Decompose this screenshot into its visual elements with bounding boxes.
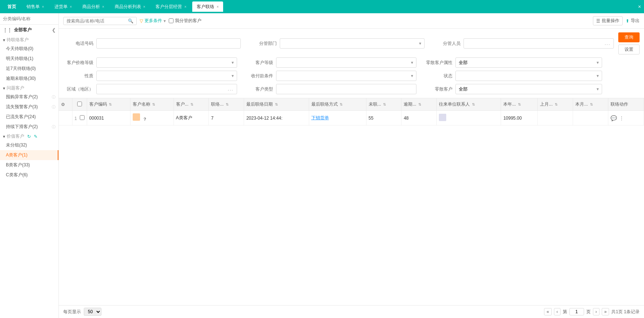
close-analysis-list-icon[interactable]: × — [143, 5, 146, 9]
sort-unit-contact-icon[interactable]: ⇅ — [472, 102, 475, 106]
page-size-select[interactable]: 50 — [84, 308, 101, 316]
col-last-month: 上月... ⇅ — [538, 98, 573, 111]
sidebar-item-declining[interactable]: 持续下滑客户(2) ⓘ — [0, 122, 58, 132]
first-page-button[interactable]: « — [544, 308, 552, 315]
nav-tab-sales[interactable]: 销售单 × — [22, 1, 49, 12]
page-number-input[interactable] — [569, 308, 584, 315]
customer-type-input[interactable] — [276, 84, 417, 94]
col-this-month: 本月... ⇅ — [573, 98, 608, 111]
sort-name-icon[interactable]: ⇅ — [152, 102, 155, 106]
sidebar-item-7days[interactable]: 近7天待联络(0) — [0, 64, 58, 74]
filter-dept: 分管部门 ▾ — [247, 38, 430, 49]
sidebar-item-ungroup[interactable]: 未分组(32) — [0, 140, 58, 150]
col-overdue: 逾期... ⇅ — [401, 98, 437, 111]
payment-select[interactable]: ▾ — [276, 71, 417, 81]
sidebar-item-tomorrow[interactable]: 明天待联络(1) — [0, 54, 58, 64]
sort-this-month-icon[interactable]: ⇅ — [590, 102, 593, 106]
manager-input[interactable]: ... — [464, 38, 614, 49]
filter-search-box[interactable]: 🔍 — [63, 17, 137, 25]
filter-actions: ☰ 批量操作 ⬆ 导出 — [593, 16, 640, 25]
close-purchase-icon[interactable]: × — [70, 5, 72, 9]
info-icon-hoard: ⓘ — [52, 95, 56, 100]
nav-tab-analysis[interactable]: 商品分析 × — [78, 1, 109, 12]
close-customer-contact-icon[interactable]: × — [217, 5, 219, 9]
sort-last-method-icon[interactable]: ⇅ — [340, 102, 343, 106]
phone-label: 电话号码 — [63, 40, 96, 47]
sidebar-item-c-class[interactable]: C类客户(6) — [0, 170, 58, 180]
close-sales-icon[interactable]: × — [42, 5, 44, 9]
close-customer-tier-icon[interactable]: × — [184, 5, 186, 9]
customer-tier-select[interactable]: ▾ — [276, 57, 417, 68]
nav-tab-analysis-list[interactable]: 商品分析列表 × — [110, 1, 150, 12]
last-method-link[interactable]: 下销货单 — [311, 115, 329, 120]
retail-customer-select[interactable]: 全部 ▾ — [455, 84, 602, 94]
status-select[interactable]: ▾ — [455, 71, 602, 81]
sidebar-item-churned[interactable]: 已流失客户(24) — [0, 112, 58, 122]
filter-row-4: 区域（地区） ... 客户类型 零散客户 全部 ▾ — [63, 84, 640, 94]
nav-tab-customer-tier-label: 客户分层经营 — [155, 4, 182, 10]
last-page-button[interactable]: » — [602, 308, 609, 315]
sort-overdue-icon[interactable]: ⇅ — [418, 102, 421, 106]
payment-chevron-icon: ▾ — [411, 73, 413, 78]
dept-chevron-icon: ▾ — [419, 41, 421, 46]
nav-tab-home[interactable]: 首页 — [3, 1, 21, 12]
phone-text-input[interactable] — [100, 41, 237, 46]
sidebar-item-overdue[interactable]: 逾期未联络(30) — [0, 74, 58, 84]
filter-search-input[interactable] — [67, 18, 126, 24]
table-row: 1 000031 ？ A类客户 7 2023-04-12 14:44: 下销货单 — [59, 111, 644, 126]
region-dots-icon: ... — [228, 86, 234, 92]
close-all-button[interactable]: × — [638, 4, 641, 10]
close-analysis-icon[interactable]: × — [102, 5, 104, 9]
col-contact-count: 联络... ⇅ — [209, 98, 244, 111]
sort-code-icon[interactable]: ⇅ — [109, 102, 112, 106]
chat-icon[interactable]: 💬 — [611, 115, 617, 121]
sort-last-date-icon[interactable]: ⇅ — [275, 102, 278, 106]
customer-type-text[interactable] — [279, 86, 414, 92]
prev-page-button[interactable]: ‹ — [554, 308, 561, 315]
nature-select[interactable]: ▾ — [96, 71, 237, 81]
retail-attr-chevron-icon: ▾ — [597, 60, 599, 65]
nav-tab-purchase[interactable]: 进货单 × — [50, 1, 76, 12]
phone-input[interactable] — [96, 38, 241, 49]
sort-contact-icon[interactable]: ⇅ — [226, 102, 229, 106]
filter-action-col: 查询 设置 — [618, 32, 640, 54]
sidebar-item-b-class[interactable]: B类客户(33) — [0, 160, 58, 170]
filter-row-1: 电话号码 分管部门 ▾ 分管人员 ... — [63, 32, 640, 54]
region-input[interactable]: ... — [96, 84, 237, 94]
my-customers-check[interactable] — [169, 18, 173, 23]
sidebar-item-churn-warn[interactable]: 流失预警客户(3) ⓘ — [0, 102, 58, 112]
select-all-checkbox[interactable] — [77, 102, 82, 106]
nav-tab-customer-tier[interactable]: 客户分层经营 × — [151, 1, 191, 12]
sidebar-item-hoard[interactable]: 囤购异常客户(2) ⓘ — [0, 92, 58, 102]
sort-this-year-icon[interactable]: ⇅ — [518, 102, 521, 106]
dept-select[interactable]: ▾ — [280, 38, 424, 49]
sidebar-search-input[interactable] — [3, 16, 58, 21]
next-page-button[interactable]: › — [593, 308, 600, 315]
nav-tab-customer-contact[interactable]: 客户联络 × — [192, 1, 223, 12]
sidebar-all-customers[interactable]: ⋮⋮ 全部客户 ❮ — [0, 25, 58, 35]
refresh-icon[interactable]: ↻ — [27, 134, 31, 139]
triangle-icon: ▾ — [3, 38, 5, 43]
sort-type-icon[interactable]: ⇅ — [190, 102, 193, 106]
row-last-month — [538, 111, 573, 126]
avatar — [133, 113, 140, 121]
sidebar-collapse-icon[interactable]: ❮ — [52, 28, 56, 33]
batch-ops-button[interactable]: ☰ 批量操作 — [593, 16, 623, 25]
price-tier-select[interactable]: ▾ — [96, 57, 237, 68]
sort-uncontacted-icon[interactable]: ⇅ — [383, 102, 386, 106]
sidebar-item-today[interactable]: 今天待联络(0) — [0, 44, 58, 54]
sidebar-item-a-class[interactable]: A类客户(1) — [0, 150, 58, 160]
setting-button[interactable]: 设置 — [618, 45, 640, 54]
row-select-checkbox[interactable] — [80, 115, 85, 120]
my-customers-checkbox[interactable]: 我分管的客户 — [169, 18, 201, 24]
row-last-method[interactable]: 下销货单 — [309, 111, 366, 126]
table-settings-icon[interactable]: ⚙ — [61, 102, 65, 107]
grid-action-icon[interactable]: ⋮ — [619, 115, 624, 121]
edit-value-icon[interactable]: ✎ — [34, 134, 37, 139]
retail-attr-select[interactable]: 全部 ▾ — [455, 57, 602, 68]
sort-last-month-icon[interactable]: ⇅ — [555, 102, 558, 106]
filter-more-button[interactable]: ▽ 更多条件 ▾ — [140, 18, 166, 24]
export-button[interactable]: ⬆ 导出 — [626, 18, 640, 24]
query-button[interactable]: 查询 — [618, 32, 640, 42]
problem-section-label: 问题客户 — [7, 85, 24, 91]
